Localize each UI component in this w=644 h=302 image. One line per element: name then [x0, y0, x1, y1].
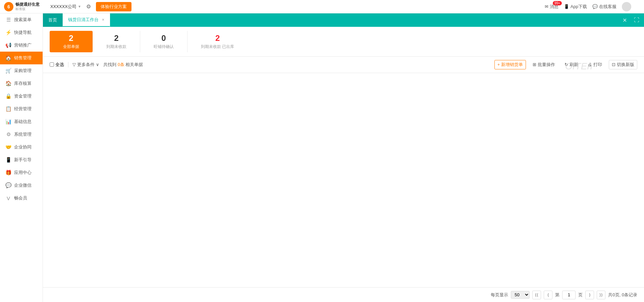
batch-button[interactable]: ⊞ 批量操作 — [530, 60, 558, 69]
logo-text: 畅捷通好生意 标准版 — [15, 2, 40, 11]
table-area — [43, 73, 644, 287]
summary-card-all[interactable]: 2 全部单据 — [50, 31, 93, 52]
summary-card-pending[interactable]: 0 旺铺待确认 — [140, 31, 187, 52]
prev-page-button[interactable]: ⟨ — [544, 291, 552, 299]
sidebar-item-system[interactable]: ⚙ 系统管理 — [0, 128, 43, 141]
summary-card-overdue[interactable]: 2 到期未收款 — [93, 31, 140, 52]
guide-icon: 📱 — [5, 157, 11, 163]
summary-cards: 2 全部单据 2 到期未收款 0 旺铺待确认 2 到期未收款 已出库 — [43, 27, 644, 57]
found-text: 共找到 0条 相关单据 — [103, 62, 143, 68]
sidebar-item-member[interactable]: V 畅会员 — [0, 192, 43, 204]
sidebar-item-enterprise[interactable]: 🤝 企业协同 — [0, 141, 43, 154]
switch-icon: ⊡ — [612, 62, 615, 67]
tab-qhrc[interactable]: 钱货日清工作台 × — [63, 13, 110, 27]
switch-version-button[interactable]: ⊡ 切换新版 — [609, 60, 637, 69]
tab-home[interactable]: 首页 — [43, 13, 63, 27]
page-input[interactable] — [562, 291, 576, 299]
add-sale-button[interactable]: + 新增销货单 — [494, 60, 526, 69]
company-selector[interactable]: XXXXXX公司 ▼ — [50, 4, 81, 10]
marketing-icon: 📢 — [5, 42, 11, 48]
sidebar-item-base-info[interactable]: 📊 基础信息 — [0, 115, 43, 128]
batch-icon: ⊞ — [533, 62, 536, 67]
chevron-down-icon: ▼ — [78, 5, 81, 8]
total-info: 共0页, 0条记录 — [608, 292, 637, 298]
message-badge: 99+ — [553, 1, 562, 5]
header-middle: XXXXXX公司 ▼ ⚙ 体验行业方案 — [47, 2, 545, 11]
message-icon: ✉ — [545, 4, 548, 9]
sidebar-item-wechat[interactable]: 💬 企业微信 — [0, 179, 43, 192]
toolbar-right: + 新增销货单 ⊞ 批量操作 ↻ 刷新 🖨 打印 ⊡ — [494, 60, 637, 69]
member-icon: V — [5, 195, 11, 201]
trial-button[interactable]: 体验行业方案 — [96, 2, 131, 11]
per-page-label: 每页显示 — [491, 292, 508, 298]
header-right: ✉ 消息 99+ 📱 App下载 💬 在线客服 — [545, 2, 640, 11]
divider — [68, 62, 68, 67]
per-page-select[interactable]: 50 100 200 — [511, 291, 530, 299]
sidebar-item-search-menu[interactable]: ☰ 搜索菜单 — [0, 13, 43, 26]
sidebar-item-finance[interactable]: 🔒 资金管理 — [0, 90, 43, 103]
settings-button[interactable]: ⚙ — [84, 2, 93, 11]
nav-tabs-bar: 首页 钱货日清工作台 × ✕ ⛶ — [43, 13, 644, 27]
sidebar-item-purchase[interactable]: 🛒 采购管理 — [0, 64, 43, 77]
refresh-icon: ↻ — [565, 62, 568, 67]
sidebar-item-guide[interactable]: 📱 新手引导 — [0, 154, 43, 166]
tab-close-icon[interactable]: × — [102, 17, 104, 22]
last-page-button[interactable]: ⟩⟩ — [597, 291, 605, 299]
sidebar-item-marketing[interactable]: 📢 营销推广 — [0, 39, 43, 52]
app-download-button[interactable]: 📱 App下载 — [564, 4, 587, 10]
page-label: 第 — [555, 292, 559, 298]
message-button[interactable]: ✉ 消息 99+ — [545, 4, 558, 10]
search-menu-icon: ☰ — [5, 17, 11, 23]
sidebar-item-app-center[interactable]: 🎁 应用中心 — [0, 166, 43, 179]
sidebar-item-inventory[interactable]: 🏠 库存核算 — [0, 77, 43, 90]
operation-icon: 📋 — [5, 106, 11, 112]
online-service-button[interactable]: 💬 在线客服 — [592, 4, 616, 10]
download-icon: 📱 — [564, 4, 569, 9]
logo-area: 6 畅捷通好生意 标准版 — [4, 2, 47, 11]
wechat-icon: 💬 — [5, 182, 11, 188]
sidebar-item-sales[interactable]: 🏠 销售管理 — [0, 52, 43, 64]
main-layout: ☰ 搜索菜单 ⚡ 快捷导航 📢 营销推广 🏠 销售管理 🛒 采购管理 🏠 库存核… — [0, 13, 644, 302]
top-header: 6 畅捷通好生意 标准版 XXXXXX公司 ▼ ⚙ 体验行业方案 ✉ 消息 99… — [0, 0, 644, 13]
sidebar-item-operation[interactable]: 📋 经营管理 — [0, 103, 43, 115]
purchase-icon: 🛒 — [5, 68, 11, 74]
chevron-down-icon: ∨ — [96, 62, 99, 67]
service-icon: 💬 — [592, 4, 598, 9]
refresh-button[interactable]: ↻ 刷新 — [562, 60, 581, 69]
logo-icon: 6 — [4, 2, 13, 11]
select-all-input[interactable] — [50, 62, 54, 67]
page-area: 2 全部单据 2 到期未收款 0 旺铺待确认 2 到期未收款 已出库 — [43, 27, 644, 302]
main-content: 首页 钱货日清工作台 × ✕ ⛶ 2 全部单据 2 到期未收款 — [43, 13, 644, 302]
finance-icon: 🔒 — [5, 93, 11, 99]
filter-button[interactable]: ▽ 更多条件 ∨ — [72, 62, 99, 68]
avatar[interactable] — [622, 2, 631, 11]
app-center-icon: 🎁 — [5, 170, 11, 176]
page-suffix: 页 — [578, 292, 583, 298]
system-icon: ⚙ — [5, 131, 11, 137]
summary-card-overdue-shipped[interactable]: 2 到期未收款 已出库 — [187, 31, 248, 52]
next-page-button[interactable]: ⟩ — [585, 291, 594, 299]
pagination-bar: 每页显示 50 100 200 ⟨⟨ ⟨ 第 页 ⟩ ⟩⟩ 共0页, 0条记录 — [43, 287, 644, 302]
base-info-icon: 📊 — [5, 119, 11, 125]
nav-tabs-right: ✕ ⛶ — [620, 13, 644, 27]
print-icon: 🖨 — [588, 62, 592, 67]
select-all-checkbox[interactable]: 全选 — [50, 62, 64, 68]
tab-expand-icon[interactable]: ⛶ — [632, 15, 641, 25]
sales-icon: 🏠 — [5, 55, 11, 61]
sidebar: ☰ 搜索菜单 ⚡ 快捷导航 📢 营销推广 🏠 销售管理 🛒 采购管理 🏠 库存核… — [0, 13, 43, 302]
tab-close-window-icon[interactable]: ✕ — [620, 15, 629, 25]
first-page-button[interactable]: ⟨⟨ — [532, 291, 541, 299]
filter-icon: ▽ — [72, 62, 76, 67]
inventory-icon: 🏠 — [5, 80, 11, 86]
print-button[interactable]: 🖨 打印 — [585, 60, 605, 69]
quick-nav-icon: ⚡ — [5, 29, 11, 36]
sidebar-item-quick-nav[interactable]: ⚡ 快捷导航 — [0, 26, 43, 39]
enterprise-icon: 🤝 — [5, 144, 11, 150]
toolbar: 全选 ▽ 更多条件 ∨ 共找到 0条 相关单据 + 新增销货单 — [43, 57, 644, 73]
found-count: 0条 — [118, 62, 124, 67]
